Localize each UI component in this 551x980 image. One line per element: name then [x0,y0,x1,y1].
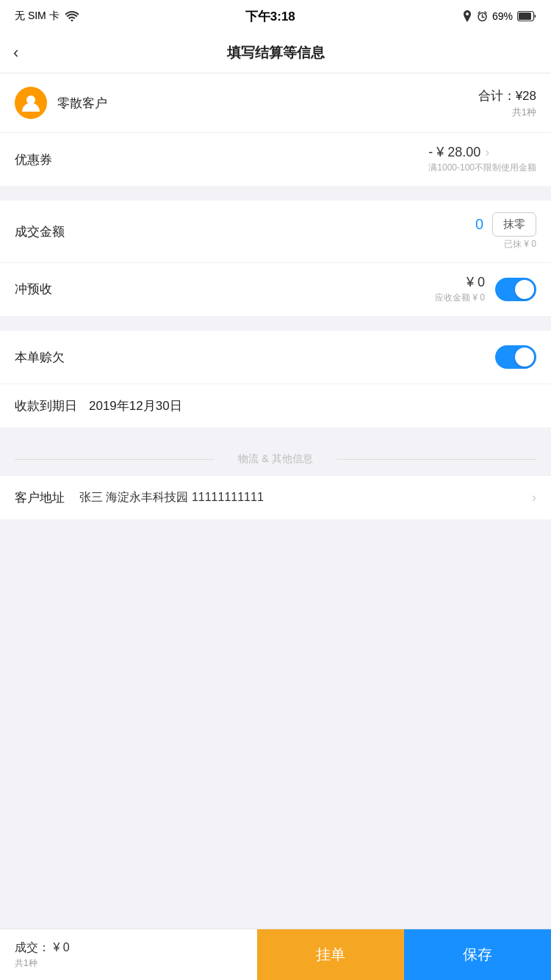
advance-label: 冲预收 [15,281,52,298]
logistics-label: 物流 & 其他信息 [238,453,312,466]
address-value: 张三 海淀永丰科技园 11111111111 [79,490,532,505]
hang-button[interactable]: 挂单 [257,929,404,981]
wifi-icon [65,11,79,21]
coupon-chevron-icon: › [485,145,489,160]
status-bar: 无 SIM 卡 下午3:18 69% [0,0,551,32]
due-date-row: 收款到期日 2019年12月30日 [0,383,551,428]
advance-amount-wrap: ¥ 0 应收金额 ¥ 0 [435,275,485,304]
coupon-desc: 满1000-100不限制使用金额 [428,162,536,174]
user-icon [21,93,41,113]
debt-section: 本单赊欠 收款到期日 2019年12月30日 [0,331,551,428]
no-sim-text: 无 SIM 卡 [15,10,60,23]
customer-section: 零散客户 合计：¥28 共1种 优惠券 - ¥ 28.00 › 满1000-10… [0,73,551,186]
alarm-icon [477,10,488,22]
svg-line-3 [478,12,480,13]
deal-amount-row: 成交金额 抹零 已抹 ¥ 0 [0,201,551,263]
deal-amount-label: 成交金额 [15,223,65,240]
customer-name: 零散客户 [57,95,107,112]
status-left: 无 SIM 卡 [15,10,79,23]
customer-right: 合计：¥28 共1种 [478,87,536,119]
address-row[interactable]: 客户地址 张三 海淀永丰科技园 11111111111 › [0,476,551,519]
battery-icon [517,11,536,21]
customer-total: 合计：¥28 [478,87,536,104]
debt-label: 本单赊欠 [15,349,65,366]
advance-sub: 应收金额 ¥ 0 [435,292,485,304]
back-button[interactable]: ‹ [13,43,18,62]
customer-count: 共1种 [478,106,536,119]
address-section: 客户地址 张三 海淀永丰科技园 11111111111 › [0,476,551,519]
deal-amount-subtext: 已抹 ¥ 0 [439,238,536,251]
customer-row: 零散客户 合计：¥28 共1种 [0,73,551,132]
battery-text: 69% [492,10,513,22]
debt-toggle[interactable] [495,345,536,369]
svg-line-4 [485,12,486,13]
due-date-value: 2019年12月30日 [89,397,182,414]
deal-amount-right: 抹零 [439,212,536,237]
svg-rect-6 [519,12,531,20]
advance-amount: ¥ 0 [435,275,485,290]
coupon-label: 优惠券 [15,151,52,168]
advance-right: ¥ 0 应收金额 ¥ 0 [435,275,536,304]
advance-row: 冲预收 ¥ 0 应收金额 ¥ 0 [0,263,551,316]
debt-row: 本单赊欠 [0,331,551,383]
customer-left: 零散客户 [15,87,107,119]
divider-2 [0,323,551,331]
coupon-right-wrap: - ¥ 28.00 › 满1000-100不限制使用金额 [428,145,536,174]
nav-bar: ‹ 填写结算等信息 [0,32,551,73]
due-date-label: 收款到期日 [15,397,77,414]
status-time: 下午3:18 [245,8,295,25]
save-button[interactable]: 保存 [404,929,551,981]
address-chevron-icon: › [532,490,536,505]
bottom-count-text: 共1种 [15,957,242,970]
address-label: 客户地址 [15,489,65,506]
deal-amount-input[interactable] [439,216,483,233]
divider-1 [0,193,551,201]
location-icon [462,10,472,22]
page-title: 填写结算等信息 [227,43,325,62]
customer-avatar [15,87,47,119]
content-area: 零散客户 合计：¥28 共1种 优惠券 - ¥ 28.00 › 满1000-10… [0,73,551,732]
round-zero-button[interactable]: 抹零 [492,212,536,237]
bottom-summary: 成交： ¥ 0 共1种 [0,940,257,970]
status-right: 69% [462,10,536,22]
divider-3 [0,435,551,442]
advance-left: 冲预收 [15,281,52,299]
coupon-row[interactable]: 优惠券 - ¥ 28.00 › 满1000-100不限制使用金额 [0,132,551,186]
logistics-divider: 物流 & 其他信息 [0,442,551,476]
bottom-bar: 成交： ¥ 0 共1种 挂单 保存 [0,929,551,980]
deal-section: 成交金额 抹零 已抹 ¥ 0 冲预收 ¥ 0 应收金额 ¥ 0 [0,201,551,316]
spacer [0,527,551,674]
bottom-deal-text: 成交： ¥ 0 [15,940,242,956]
coupon-value: - ¥ 28.00 [428,145,480,160]
advance-toggle[interactable] [495,278,536,301]
